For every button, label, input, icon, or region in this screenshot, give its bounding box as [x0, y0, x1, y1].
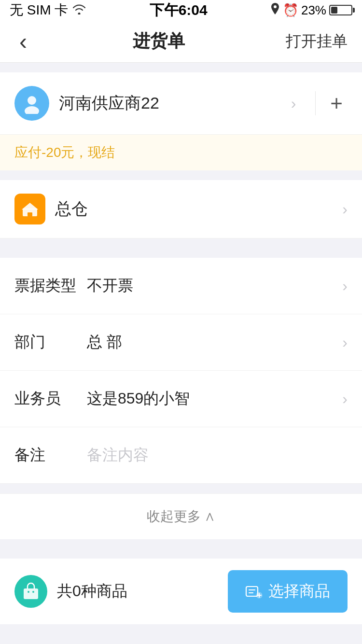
- supplier-chevron-icon: ›: [291, 95, 296, 112]
- section-gap-3: [0, 238, 362, 248]
- department-row[interactable]: 部门 总 部 ›: [0, 314, 362, 371]
- select-product-label: 选择商品: [268, 581, 330, 602]
- warehouse-chevron-icon: ›: [342, 200, 348, 218]
- vertical-divider: [315, 91, 316, 115]
- svg-marker-3: [22, 203, 38, 210]
- department-chevron-icon: ›: [342, 334, 348, 351]
- supplier-name: 河南供应商22: [59, 92, 291, 114]
- collapse-label: 收起更多 ∧: [147, 507, 216, 526]
- salesperson-chevron-icon: ›: [342, 390, 348, 408]
- supplier-card: 河南供应商22 › + 应付-20元，现结: [0, 72, 362, 170]
- svg-rect-5: [24, 588, 38, 599]
- section-gap-1: [0, 63, 362, 72]
- add-supplier-button[interactable]: +: [325, 91, 348, 115]
- page-title: 进货单: [133, 29, 185, 53]
- invoice-type-value: 不开票: [77, 275, 342, 296]
- salesperson-value: 这是859的小智: [77, 388, 342, 409]
- location-icon: [270, 3, 280, 18]
- warehouse-name: 总仓: [55, 198, 342, 220]
- open-pending-button[interactable]: 打开挂单: [286, 31, 348, 52]
- product-icon: [14, 575, 47, 608]
- select-product-button[interactable]: 选择商品: [228, 570, 348, 613]
- status-bar: 无 SIM 卡 下午6:04 ⏰ 23%: [0, 0, 362, 20]
- collapse-button[interactable]: 收起更多 ∧: [0, 493, 362, 539]
- carrier-text: 无 SIM 卡: [10, 1, 68, 19]
- notice-text: 应付-20元，现结: [14, 145, 115, 160]
- svg-point-0: [28, 96, 36, 105]
- department-value: 总 部: [77, 332, 342, 353]
- supplier-row[interactable]: 河南供应商22 › +: [0, 72, 362, 135]
- svg-point-6: [28, 591, 29, 593]
- department-label: 部门: [14, 332, 77, 353]
- warehouse-row[interactable]: 总仓 ›: [0, 180, 362, 238]
- form-section: 票据类型 不开票 › 部门 总 部 › 业务员 这是859的小智 › 备注 备注…: [0, 258, 362, 484]
- section-gap-2: [0, 170, 362, 180]
- page-background: [0, 624, 362, 644]
- svg-point-1: [25, 106, 39, 114]
- remark-value[interactable]: 备注内容: [77, 445, 348, 466]
- nav-bar: ‹ 进货单 打开挂单: [0, 20, 362, 63]
- svg-point-7: [32, 591, 34, 593]
- notice-bar: 应付-20元，现结: [0, 135, 362, 170]
- remark-label: 备注: [14, 445, 77, 466]
- product-count-text: 共0种商品: [57, 581, 228, 602]
- svg-rect-4: [28, 212, 32, 216]
- salesperson-row[interactable]: 业务员 这是859的小智 ›: [0, 371, 362, 427]
- status-time: 下午6:04: [150, 0, 208, 20]
- salesperson-label: 业务员: [14, 388, 77, 409]
- invoice-type-chevron-icon: ›: [342, 277, 348, 295]
- invoice-type-label: 票据类型: [14, 275, 77, 296]
- status-right: ⏰ 23%: [270, 3, 352, 18]
- bottom-bar: 共0种商品 选择商品: [0, 559, 362, 624]
- battery-text: 23%: [301, 3, 326, 18]
- battery-icon: [329, 5, 352, 15]
- supplier-avatar: [14, 86, 49, 121]
- wifi-icon: [72, 2, 86, 18]
- invoice-type-row[interactable]: 票据类型 不开票 ›: [0, 258, 362, 314]
- warehouse-icon: [14, 194, 45, 224]
- section-gap-4: [0, 539, 362, 549]
- back-button[interactable]: ‹: [14, 23, 32, 59]
- status-left: 无 SIM 卡: [10, 1, 86, 19]
- alarm-icon: ⏰: [283, 3, 298, 18]
- remark-row[interactable]: 备注 备注内容: [0, 427, 362, 484]
